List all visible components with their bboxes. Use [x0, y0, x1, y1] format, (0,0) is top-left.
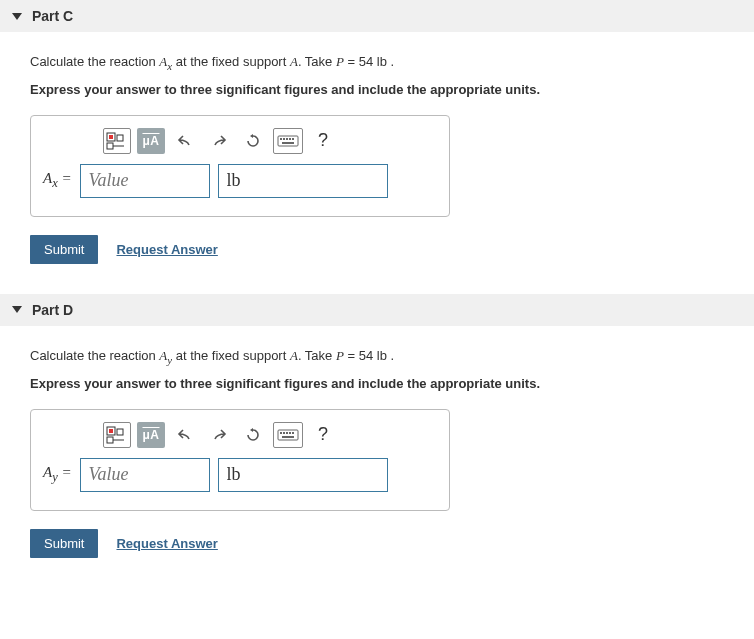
- svg-rect-18: [280, 432, 282, 434]
- answer-row: Ax =: [43, 164, 437, 198]
- keyboard-icon[interactable]: [273, 128, 303, 154]
- svg-rect-11: [282, 142, 294, 144]
- part-title: Part C: [32, 8, 73, 24]
- keyboard-icon[interactable]: [273, 422, 303, 448]
- answer-lhs: Ay =: [43, 464, 72, 485]
- submit-button[interactable]: Submit: [30, 529, 98, 558]
- request-answer-link[interactable]: Request Answer: [116, 536, 217, 551]
- prompt-var: Ax: [159, 54, 172, 69]
- undo-icon[interactable]: [171, 128, 199, 154]
- reset-icon[interactable]: [239, 128, 267, 154]
- svg-rect-6: [280, 138, 282, 140]
- chevron-down-icon: [12, 13, 22, 20]
- toolbar: μA ?: [43, 128, 437, 154]
- part-title: Part D: [32, 302, 73, 318]
- svg-rect-10: [292, 138, 294, 140]
- svg-rect-7: [283, 138, 285, 140]
- units-input[interactable]: [218, 458, 388, 492]
- answer-lhs: Ax =: [43, 170, 72, 191]
- svg-rect-4: [107, 143, 113, 149]
- prompt-text: Calculate the reaction Ay at the fixed s…: [30, 346, 724, 368]
- redo-icon[interactable]: [205, 128, 233, 154]
- undo-icon[interactable]: [171, 422, 199, 448]
- help-icon[interactable]: ?: [309, 128, 337, 154]
- value-input[interactable]: [80, 164, 210, 198]
- part-header[interactable]: Part D: [0, 294, 754, 326]
- part-body: Calculate the reaction Ax at the fixed s…: [0, 52, 754, 264]
- svg-rect-13: [109, 429, 113, 433]
- templates-icon[interactable]: [103, 422, 131, 448]
- svg-rect-16: [107, 437, 113, 443]
- prompt-var: Ay: [159, 348, 172, 363]
- toolbar: μA ?: [43, 422, 437, 448]
- svg-rect-22: [292, 432, 294, 434]
- help-icon[interactable]: ?: [309, 422, 337, 448]
- part-d: Part D Calculate the reaction Ay at the …: [0, 294, 754, 558]
- submit-row: Submit Request Answer: [30, 529, 724, 558]
- request-answer-link[interactable]: Request Answer: [116, 242, 217, 257]
- answer-row: Ay =: [43, 458, 437, 492]
- answer-box: μA ? Ax =: [30, 115, 450, 217]
- units-input[interactable]: [218, 164, 388, 198]
- svg-rect-8: [286, 138, 288, 140]
- svg-rect-5: [278, 136, 298, 146]
- svg-rect-1: [109, 135, 113, 139]
- prompt-text: Calculate the reaction Ax at the fixed s…: [30, 52, 724, 74]
- instruction-text: Express your answer to three significant…: [30, 376, 724, 391]
- svg-rect-9: [289, 138, 291, 140]
- redo-icon[interactable]: [205, 422, 233, 448]
- templates-icon[interactable]: [103, 128, 131, 154]
- part-body: Calculate the reaction Ay at the fixed s…: [0, 346, 754, 558]
- svg-rect-21: [289, 432, 291, 434]
- units-icon[interactable]: μA: [137, 422, 165, 448]
- instruction-text: Express your answer to three significant…: [30, 82, 724, 97]
- svg-rect-14: [117, 429, 123, 435]
- svg-rect-23: [282, 436, 294, 438]
- value-input[interactable]: [80, 458, 210, 492]
- svg-rect-17: [278, 430, 298, 440]
- part-header[interactable]: Part C: [0, 0, 754, 32]
- submit-row: Submit Request Answer: [30, 235, 724, 264]
- svg-rect-20: [286, 432, 288, 434]
- submit-button[interactable]: Submit: [30, 235, 98, 264]
- part-c: Part C Calculate the reaction Ax at the …: [0, 0, 754, 264]
- reset-icon[interactable]: [239, 422, 267, 448]
- answer-box: μA ? Ay =: [30, 409, 450, 511]
- units-icon[interactable]: μA: [137, 128, 165, 154]
- chevron-down-icon: [12, 306, 22, 313]
- svg-rect-2: [117, 135, 123, 141]
- svg-rect-19: [283, 432, 285, 434]
